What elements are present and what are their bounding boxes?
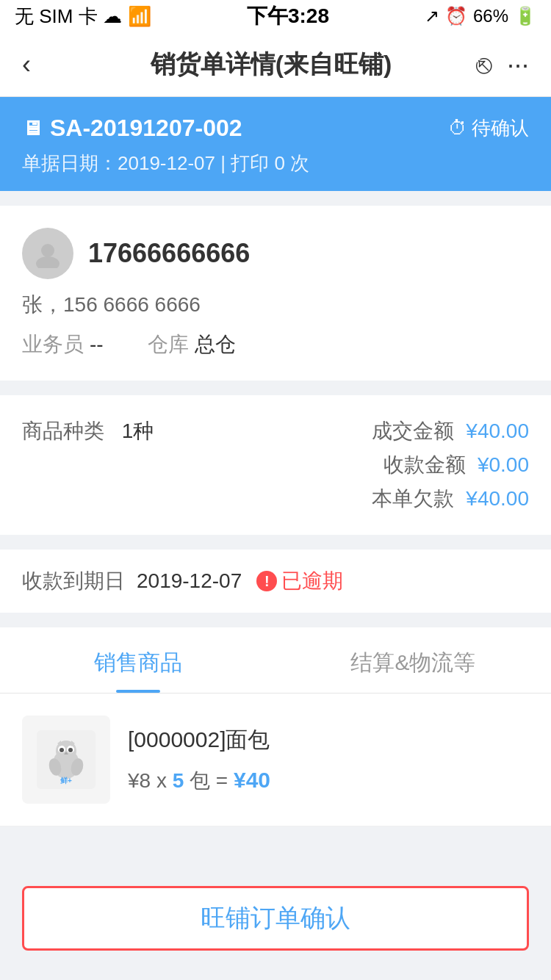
product-thumbnail: 鲜+ (37, 730, 96, 789)
battery-icon: 🔋 (514, 6, 536, 26)
salesperson-item: 业务员 -- (22, 331, 104, 359)
share-button[interactable]: ⎋ (476, 49, 492, 80)
status-bar: 无 SIM 卡 ☁ 📶 下午3:28 ↗ ⏰ 66% 🔋 (0, 0, 551, 32)
due-date-label: 收款到期日 (22, 567, 125, 595)
salesperson-label: 业务员 (22, 331, 84, 359)
summary-right: 成交金额 ¥40.00 收款金额 ¥0.00 本单欠款 ¥40.00 (372, 417, 529, 513)
bottom-bar: 旺铺订单确认 (0, 871, 551, 980)
product-name: [0000002]面包 (128, 725, 529, 755)
product-price: ¥8 x 5 包 = ¥40 (128, 767, 529, 795)
status-right: ↗ ⏰ 66% 🔋 (425, 6, 536, 26)
svg-point-8 (68, 748, 73, 752)
avatar (22, 228, 73, 279)
product-kind-label: 商品种类 (22, 419, 104, 442)
location-icon: ↗ (425, 6, 439, 26)
customer-card: 17666666666 张，156 6666 6666 业务员 -- 仓库 总仓 (0, 206, 551, 381)
summary-card: 商品种类 1种 成交金额 ¥40.00 收款金额 ¥0.00 本单欠款 ¥40.… (0, 395, 551, 535)
salesperson-value: -- (90, 333, 104, 356)
order-header-card: 🖥 SA-20191207-002 ⏱ 待确认 单据日期：2019-12-07 … (0, 97, 551, 191)
total-value: ¥40 (234, 768, 270, 792)
collected-amount-label: 收款金额 (383, 451, 466, 479)
owed-amount-label: 本单欠款 (372, 485, 454, 513)
warehouse-item: 仓库 总仓 (148, 331, 236, 359)
price-per-unit: ¥8 (128, 769, 151, 792)
svg-text:鲜+: 鲜+ (60, 777, 72, 785)
svg-point-0 (41, 244, 54, 257)
order-icon: 🖥 (22, 116, 43, 140)
product-info: [0000002]面包 ¥8 x 5 包 = ¥40 (128, 725, 529, 795)
tab-settlement-logistics[interactable]: 结算&物流等 (276, 627, 551, 693)
unit-label: 包 (190, 769, 210, 792)
page-title: 销货单详情(来自旺铺) (66, 48, 476, 82)
customer-phone: 17666666666 (88, 238, 250, 269)
due-date-card: 收款到期日 2019-12-07 ! 已逾期 (0, 550, 551, 613)
product-item: 鲜+ [0000002]面包 ¥8 x 5 包 = ¥40 (0, 693, 551, 826)
sim-status: 无 SIM 卡 ☁ (15, 4, 122, 29)
overdue-icon: ! (256, 571, 277, 591)
product-kind-value: 1种 (122, 419, 154, 442)
owed-amount-value: ¥40.00 (466, 487, 529, 511)
confirm-order-button[interactable]: 旺铺订单确认 (22, 886, 529, 951)
warehouse-value: 总仓 (195, 331, 236, 359)
product-list: 鲜+ [0000002]面包 ¥8 x 5 包 = ¥40 (0, 693, 551, 826)
transaction-amount-item: 成交金额 ¥40.00 (372, 417, 529, 445)
summary-left: 商品种类 1种 (22, 417, 154, 445)
order-id: 🖥 SA-20191207-002 (22, 115, 242, 142)
collected-amount-value: ¥0.00 (478, 453, 529, 477)
tab-sales-products[interactable]: 销售商品 (0, 627, 276, 693)
equals-sign: = (216, 769, 234, 792)
transaction-amount-value: ¥40.00 (466, 419, 529, 443)
customer-name: 张，156 6666 6666 (22, 291, 529, 319)
wifi-icon: 📶 (128, 5, 151, 28)
back-button[interactable]: ‹ (22, 49, 66, 80)
order-date: 单据日期：2019-12-07 | 打印 0 次 (22, 151, 529, 176)
collected-amount-item: 收款金额 ¥0.00 (383, 451, 529, 479)
status-left: 无 SIM 卡 ☁ 📶 (15, 4, 151, 29)
multiply-sign: x (156, 769, 173, 792)
status-clock-icon: ⏱ (448, 117, 467, 140)
battery-status: 66% (473, 6, 508, 26)
order-status: ⏱ 待确认 (448, 115, 529, 141)
status-time: 下午3:28 (247, 2, 329, 30)
product-image: 鲜+ (22, 716, 110, 804)
transaction-amount-label: 成交金额 (372, 417, 454, 445)
svg-point-7 (60, 748, 64, 752)
tabs: 销售商品 结算&物流等 (0, 627, 551, 693)
svg-point-1 (36, 256, 60, 268)
customer-meta: 业务员 -- 仓库 总仓 (22, 331, 529, 359)
due-date-value: 2019-12-07 (137, 569, 242, 593)
nav-actions: ⎋ ··· (476, 49, 529, 80)
owed-amount-item: 本单欠款 ¥40.00 (372, 485, 529, 513)
quantity-value: 5 (173, 769, 184, 792)
more-button[interactable]: ··· (507, 49, 529, 80)
overdue-badge: ! 已逾期 (256, 567, 343, 595)
overdue-text: 已逾期 (281, 567, 343, 595)
alarm-icon: ⏰ (445, 6, 467, 26)
warehouse-label: 仓库 (148, 331, 189, 359)
nav-bar: ‹ 销货单详情(来自旺铺) ⎋ ··· (0, 32, 551, 97)
